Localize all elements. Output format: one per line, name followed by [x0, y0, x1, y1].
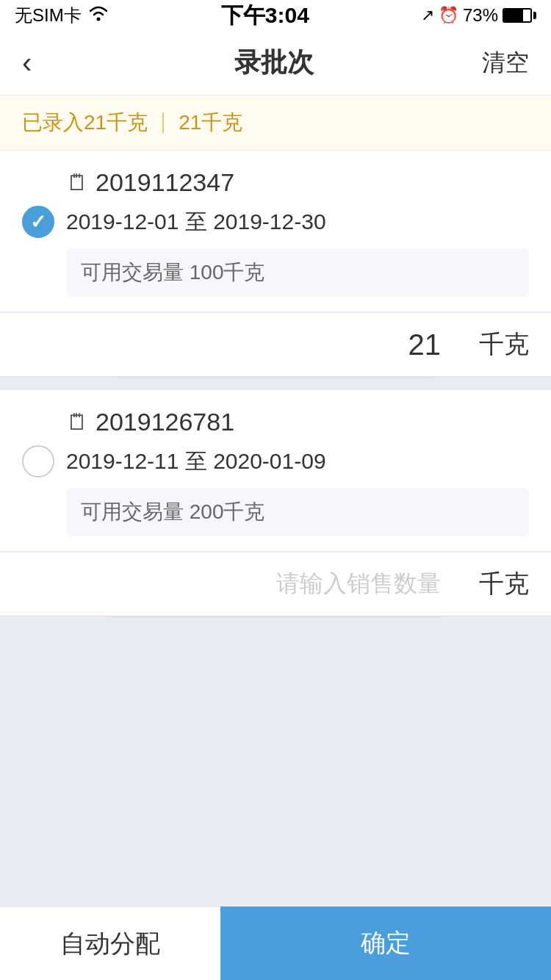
back-button[interactable]: ‹ [22, 46, 66, 79]
batch1-doc-icon: 🗒 [66, 170, 88, 195]
batch2-date-range: 2019-12-11 至 2020-01-09 [66, 447, 326, 477]
status-right: ↗ ⏰ 73% [421, 5, 536, 26]
recorded-amount: 已录入21千克 [22, 109, 148, 137]
auto-distribute-button[interactable]: 自动分配 [0, 907, 220, 980]
batch1-available: 可用交易量 100千克 [66, 248, 529, 297]
batch2-available: 可用交易量 200千克 [66, 488, 529, 536]
batch1-header: 🗒 2019112347 [66, 168, 529, 197]
batch2-qty-row: 请输入销售数量 千克 [0, 552, 551, 616]
total-amount: 21千克 [179, 109, 242, 137]
status-time: 下午3:04 [221, 1, 309, 31]
nav-bar: ‹ 录批次 清空 [0, 31, 551, 96]
carrier-text: 无SIM卡 [15, 4, 82, 27]
batch-card-1: 🗒 2019112347 2019-12-01 至 2019-12-30 可用交… [0, 151, 551, 311]
info-bar: 已录入21千克 21千克 [0, 96, 551, 151]
batch2-doc-icon: 🗒 [66, 410, 88, 435]
batch1-radio[interactable] [22, 206, 54, 238]
alarm-icon: ⏰ [439, 6, 458, 25]
batch2-id: 2019126781 [96, 408, 234, 436]
info-divider [162, 112, 164, 133]
confirm-button[interactable]: 确定 [220, 907, 551, 980]
svg-point-0 [96, 18, 100, 21]
batch1-qty-row: 21 千克 [0, 313, 551, 377]
empty-area [0, 618, 551, 912]
batch1-row: 2019-12-01 至 2019-12-30 [22, 206, 529, 238]
location-icon: ↗ [421, 6, 434, 25]
batch1-qty-value: 21 [408, 328, 442, 361]
clear-button[interactable]: 清空 [482, 47, 529, 79]
card-separator [0, 378, 551, 390]
page-title: 录批次 [234, 45, 314, 81]
batch2-header: 🗒 2019126781 [66, 408, 529, 436]
batch2-qty-placeholder: 请输入销售数量 [276, 568, 441, 600]
wifi-icon [87, 5, 109, 26]
bottom-bar: 自动分配 确定 [0, 907, 551, 980]
status-left: 无SIM卡 [15, 4, 109, 27]
batch1-date-range: 2019-12-01 至 2019-12-30 [66, 207, 326, 237]
main-content: 🗒 2019112347 2019-12-01 至 2019-12-30 可用交… [0, 151, 551, 980]
batch1-qty-unit: 千克 [479, 328, 529, 361]
batch1-id: 2019112347 [96, 168, 234, 197]
batch-card-2: 🗒 2019126781 2019-12-11 至 2020-01-09 可用交… [0, 390, 551, 551]
status-bar: 无SIM卡 下午3:04 ↗ ⏰ 73% [0, 0, 551, 31]
batch2-row: 2019-12-11 至 2020-01-09 [22, 445, 529, 478]
battery-icon [503, 8, 536, 23]
batch2-radio[interactable] [22, 445, 54, 478]
batch2-qty-unit: 千克 [479, 567, 529, 601]
battery-percent: 73% [463, 5, 498, 26]
